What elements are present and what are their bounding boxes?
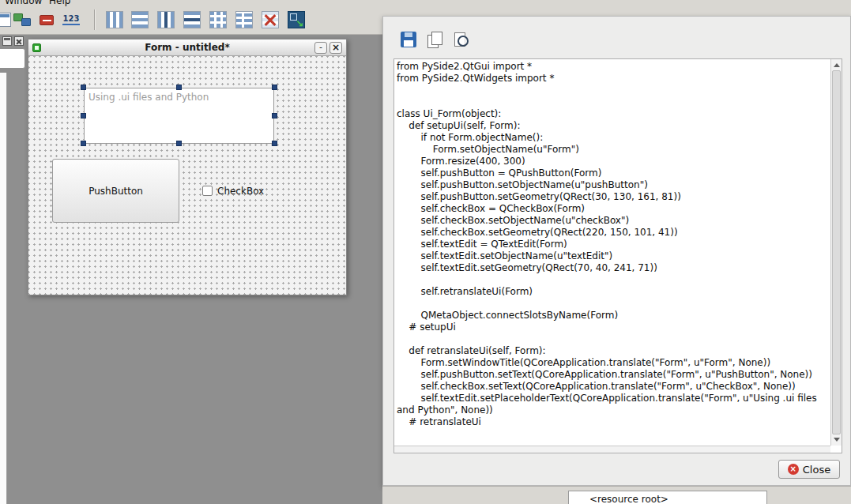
- form-minimize-button[interactable]: -: [314, 42, 327, 54]
- selection-handle-top-left[interactable]: [81, 85, 86, 90]
- adjust-size-button[interactable]: ↘: [285, 9, 307, 31]
- form-window-title: Form - untitled*: [28, 42, 346, 53]
- code-text[interactable]: from PySide2.QtGui import * from PySide2…: [397, 61, 830, 444]
- save-icon: [401, 32, 416, 47]
- adjust-size-icon: ↘: [288, 11, 305, 28]
- close-circle-icon: ×: [788, 464, 799, 475]
- textedit-widget[interactable]: Using .ui files and Python: [84, 88, 274, 144]
- dock-float-button[interactable]: [2, 36, 12, 46]
- edit-tab-order-button[interactable]: 123: [60, 9, 82, 31]
- adjust-size-arrow-glyph: ↘: [296, 19, 303, 28]
- selection-handle-top-middle[interactable]: [176, 85, 182, 90]
- horizontal-scrollbar[interactable]: [394, 446, 830, 453]
- edit-signals-slots-icon: [13, 12, 31, 28]
- pushbutton-label: PushButton: [88, 186, 143, 197]
- form-close-button[interactable]: ×: [329, 42, 342, 54]
- break-layout-button[interactable]: [259, 9, 281, 31]
- selection-handle-bottom-left[interactable]: [81, 141, 86, 146]
- widget-box-filter-input[interactable]: [0, 48, 25, 69]
- selection-handle-bottom-middle[interactable]: [176, 141, 182, 146]
- selection-handle-middle-right[interactable]: [272, 113, 277, 118]
- close-button-label: Close: [803, 464, 830, 476]
- widget-box-panel-edge: [0, 73, 7, 504]
- form-window-icon: [32, 43, 41, 52]
- checkbox-indicator: [202, 186, 213, 196]
- break-layout-icon: [262, 11, 279, 28]
- qt-designer-app: { "menubar": { "items": [ {"label": "Win…: [0, 0, 851, 504]
- scroll-up-arrow-icon[interactable]: [834, 63, 840, 67]
- form-canvas[interactable]: Using .ui files and Python PushButton Ch…: [28, 56, 346, 295]
- code-view[interactable]: from PySide2.QtGui import * from PySide2…: [393, 58, 842, 453]
- dock-close-button[interactable]: [14, 36, 24, 46]
- layout-grid-button[interactable]: [207, 9, 229, 31]
- dialog-close-button[interactable]: × Close: [778, 460, 840, 479]
- find-button[interactable]: [450, 28, 472, 51]
- edit-widgets-icon: [0, 13, 11, 27]
- layout-vertical-splitter-icon: [183, 11, 201, 28]
- layout-horizontally-button[interactable]: [104, 9, 126, 31]
- code-preview-dialog: from PySide2.QtGui import * from PySide2…: [382, 16, 851, 486]
- layout-horizontally-icon: [106, 11, 123, 28]
- find-icon: [453, 32, 469, 47]
- selection-handle-top-right[interactable]: [272, 85, 277, 90]
- layout-form-button[interactable]: [233, 9, 255, 31]
- layout-horizontal-splitter-button[interactable]: [155, 9, 177, 31]
- menu-help[interactable]: Help: [49, 0, 70, 6]
- vertical-scrollbar-thumb[interactable]: [832, 70, 841, 434]
- copy-icon: [427, 32, 442, 47]
- selection-handle-middle-left[interactable]: [81, 113, 86, 118]
- vertical-scrollbar[interactable]: [830, 59, 842, 446]
- resource-root-label: <resource root>: [589, 494, 668, 504]
- pushbutton-widget[interactable]: PushButton: [52, 159, 179, 223]
- form-window-titlebar[interactable]: Form - untitled* - ×: [28, 39, 346, 56]
- form-editor-window: Form - untitled* - × Using .ui files and…: [28, 39, 347, 295]
- edit-buddies-button[interactable]: [36, 9, 58, 31]
- resource-root-item[interactable]: <resource root>: [568, 491, 767, 504]
- toolbar-separator: [94, 9, 96, 30]
- menu-window[interactable]: Window: [5, 0, 42, 6]
- layout-vertical-splitter-button[interactable]: [181, 9, 203, 31]
- layout-grid-icon: [209, 11, 227, 28]
- layout-vertically-icon: [131, 11, 149, 28]
- edit-signals-slots-button[interactable]: [11, 9, 33, 31]
- checkbox-widget[interactable]: CheckBox: [202, 175, 282, 207]
- copy-button[interactable]: [424, 28, 446, 51]
- checkbox-label: CheckBox: [217, 186, 264, 197]
- save-button[interactable]: [397, 28, 420, 51]
- selection-handle-bottom-right[interactable]: [272, 141, 277, 146]
- textedit-placeholder: Using .ui files and Python: [88, 92, 209, 103]
- layout-form-icon: [235, 11, 253, 28]
- edit-buddies-icon: [40, 15, 54, 25]
- scroll-down-arrow-icon[interactable]: [834, 438, 840, 442]
- layout-horizontal-splitter-icon: [157, 11, 175, 28]
- layout-vertically-button[interactable]: [129, 9, 151, 31]
- edit-tab-order-icon: 123: [62, 14, 81, 25]
